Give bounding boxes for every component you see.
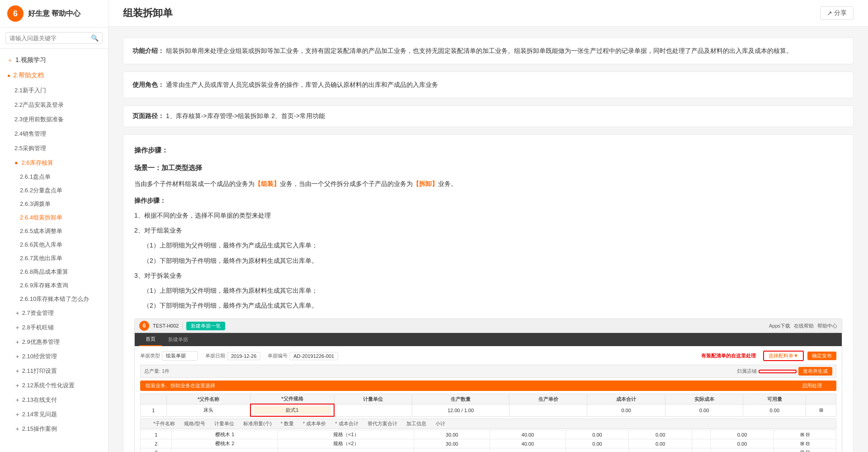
sidebar-item-prep[interactable]: 2.3使用前数据准备 [0, 112, 108, 127]
lower-table-header: *子件名称 规格/型号 计量单位 标准用量(个) * 数量 * 成本单价 * 成… [140, 419, 836, 429]
sidebar-item-sales[interactable]: 2.4销售管理 [0, 127, 108, 141]
sidebar-item-inventory[interactable]: ● 2.6库存核算 [0, 156, 108, 170]
func-intro-label: 功能介绍： [132, 47, 164, 54]
brand-name: 好生意 帮助中心 [28, 9, 80, 19]
th-actual-cost: 实际成本 [665, 394, 743, 404]
td-check: 1 [141, 404, 167, 416]
date-label: 单据日期 [205, 352, 225, 359]
screenshot-relative: 6 TEST-H002 新建单据一笔 Apps下载 在线帮助 帮助中心 首页 [135, 319, 842, 452]
choose-list-btn[interactable]: 选择配料单▼ [763, 351, 804, 361]
assembly-label: 【组装】 [255, 180, 280, 187]
share-icon: ↗ [827, 10, 832, 17]
share-button[interactable]: ↗ 分享 [820, 6, 854, 20]
th-name: *父件名称 [166, 394, 250, 404]
inventory-expand-icon: ● [14, 159, 18, 166]
assembly-type-bar: 组装业务、拆卸业务在这里选择 启用处理 [140, 381, 836, 391]
sidebar-item-install[interactable]: 2.2产品安装及登录 [0, 98, 108, 112]
app-logo-icon: 6 [139, 321, 149, 331]
center-link[interactable]: 帮助中心 [817, 323, 837, 329]
annotation-enable: 启用处理 [802, 382, 822, 389]
th-spec: *父件规格 [250, 394, 334, 404]
step2: 2、对于组装业务 [134, 225, 842, 236]
lower-table: 1 樱桃木 1 规格（<1） 30.00 40.00 0.00 0.00 0.0… [140, 430, 836, 452]
plus-icon-biz: ＋ [14, 353, 20, 360]
sidebar-item-stock-err[interactable]: 2.6.10库存账本错了怎么办 [0, 292, 108, 306]
upper-table: *父件名称 *父件规格 计量单位 生产数量 生产单价 成本合计 实际成本 可用量 [140, 394, 836, 417]
save-btn[interactable]: 发布并生成 [798, 367, 832, 376]
sidebar-item-other-in[interactable]: 2.6.6其他入库单 [0, 238, 108, 252]
sidebar-item-new-user[interactable]: 2.1新手入门 [0, 83, 108, 98]
sidebar-nav: ＋ 1.视频学习 ● 2.帮助文档 2.1新手入门 2.2产品安装及登录 2.3… [0, 49, 108, 452]
sidebar-item-biz[interactable]: ＋ 2.10经营管理 [0, 349, 108, 364]
lower-th-unit: 计量单位 [214, 420, 234, 427]
help-link[interactable]: 在线帮助 [794, 323, 814, 329]
store-input[interactable] [759, 370, 797, 373]
role-block: 使用角色： 通常由生产人员或库管人员完成拆装业务的操作，库管人员确认原材料的出库… [123, 71, 854, 98]
apps-link[interactable]: Apps下载 [769, 323, 790, 329]
sidebar-item-coupon[interactable]: ＋ 2.9优惠券管理 [0, 335, 108, 349]
store-row: 归属店铺 发布并生成 [737, 367, 832, 376]
form-type: 单据类型 组装单据 [140, 351, 198, 361]
lower-th-avail: 小计 [435, 420, 445, 427]
td-avail: 0.00 [743, 404, 806, 416]
sidebar-item-customize[interactable]: ＋ 2.12系统个性化设置 [0, 378, 108, 393]
sidebar-item-cases[interactable]: ＋ 2.15操作案例 [0, 422, 108, 436]
func-intro-block: 功能介绍： 组装拆卸单用来处理企业组装或拆卸等加工业务，支持有固定装配清单的产品… [123, 38, 854, 64]
sidebar-item-faq[interactable]: ＋ 2.14常见问题 [0, 407, 108, 422]
sidebar-item-print[interactable]: ＋ 2.11打印设置 [0, 364, 108, 378]
td-name: 床头 [166, 404, 250, 416]
app-form-area: 单据类型 组装单据 单据日期 2019-12-26 [135, 346, 842, 452]
search-input[interactable] [9, 35, 91, 42]
step3-1: （1）上部明细为父件明细，最终作为原材料生成其它出库单； [134, 285, 842, 296]
plus-icon-cases: ＋ [14, 425, 20, 432]
sidebar-item-online-pay[interactable]: ＋ 2.13在线支付 [0, 393, 108, 407]
step3-2: （2）下部明细为子件明细，最终作为产成品生成其它入库单。 [134, 300, 842, 311]
sidebar-item-purchase[interactable]: 2.5采购管理 [0, 141, 108, 156]
lower-th-name: *子件名称 [153, 420, 175, 427]
step1: 1、根据不同的业务，选择不同单据的类型来处理 [134, 210, 842, 221]
app-form-row1: 单据类型 组装单据 单据日期 2019-12-26 [140, 351, 836, 361]
type-value[interactable]: 组装单据 [162, 351, 198, 361]
scene1-title: 场景一：加工类型选择 [134, 162, 842, 174]
sidebar-item-help-doc[interactable]: ● 2.帮助文档 [0, 68, 108, 83]
plus-icon-mobile: ＋ [14, 324, 20, 331]
lower-table-row-2: 2 樱桃木 2 规格（<2） 30.00 40.00 0.00 0.00 0.0… [141, 439, 836, 448]
date-value[interactable]: 2019-12-26 [227, 352, 260, 360]
annotation-list: 有装配清单的在这里处理 [701, 352, 756, 359]
td-actual: 0.00 [665, 404, 743, 416]
sidebar-item-goods-cost[interactable]: 2.6.8商品成本重算 [0, 265, 108, 279]
main-content-area: 组装拆卸单 ↗ 分享 功能介绍： 组装拆卸单用来处理企业组装或拆卸等加工业务，支… [108, 0, 868, 452]
new-record-btn[interactable]: 新建单据一笔 [186, 322, 225, 330]
sidebar-item-assembly[interactable]: 2.6.4组装拆卸单 [0, 211, 108, 224]
no-value[interactable]: AD-20191226-001 [289, 352, 338, 360]
lower-th-qty: * 数量 [281, 420, 294, 427]
plus-icon-print: ＋ [14, 367, 20, 374]
sidebar-item-other-out[interactable]: 2.6.7其他出库单 [0, 252, 108, 265]
sidebar-item-split-take[interactable]: 2.6.2分量盘点单 [0, 184, 108, 197]
sidebar-item-mobile[interactable]: ＋ 2.8手机旺铺 [0, 320, 108, 335]
th-action [806, 394, 836, 404]
sidebar-item-stocktake[interactable]: 2.6.1盘点单 [0, 170, 108, 184]
sidebar-item-stock-check[interactable]: 2.6.9库存账本查询 [0, 279, 108, 292]
path-text: 1、库存核算->库存管理->组装拆卸单 2、首页->常用功能 [166, 112, 325, 119]
app-sub-header: 总产量: 1件 归属店铺 发布并生成 [140, 365, 836, 378]
func-intro-text: 组装拆卸单用来处理企业组装或拆卸等加工业务，支持有固定装配清单的产品加工业务，也… [166, 47, 793, 54]
lower-th-cost: * 成本合计 [335, 420, 358, 427]
app-tab-home[interactable]: 首页 [139, 333, 162, 346]
sidebar-item-video[interactable]: ＋ 1.视频学习 [0, 52, 108, 68]
confirm-btn[interactable]: 确定发布 [807, 352, 836, 360]
table-row: 1 床头 款式1 12.00 / 1.00 0.00 0.00 0.00 [141, 404, 836, 416]
sidebar-item-adjust[interactable]: 2.6.3调拨单 [0, 197, 108, 211]
divider [182, 323, 183, 329]
th-avail: 可用量 [743, 394, 806, 404]
search-wrap[interactable]: 🔍 [5, 32, 103, 44]
form-date: 单据日期 2019-12-26 [205, 352, 260, 360]
td-action-icon[interactable]: ⊞ [806, 404, 836, 416]
th-qty: 计量单位 [334, 394, 412, 404]
form-actions: 有装配清单的在这里处理 选择配料单▼ 确定发布 [345, 351, 836, 361]
sidebar-item-cost-adjust[interactable]: 2.6.5成本调整单 [0, 224, 108, 238]
app-id: TEST-H002 [153, 323, 179, 328]
sidebar-item-finance[interactable]: ＋ 2.7资金管理 [0, 306, 108, 320]
app-tab-new[interactable]: 新建单据 [162, 333, 194, 346]
lower-table-row-1: 1 樱桃木 1 规格（<1） 30.00 40.00 0.00 0.00 0.0… [141, 430, 836, 439]
